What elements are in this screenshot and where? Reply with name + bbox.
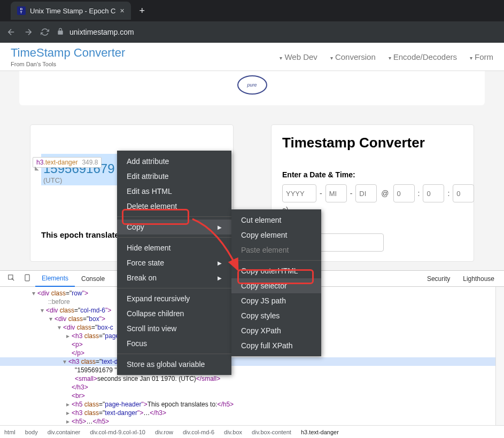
ctx-focus[interactable]: Focus (117, 336, 231, 351)
inspect-tooltip: h3.text-danger349.8 (33, 157, 102, 168)
ctx-expand[interactable]: Expand recursively (117, 291, 231, 306)
ctx-scroll[interactable]: Scroll into view (117, 321, 231, 336)
bc-container[interactable]: div.container (48, 429, 81, 435)
bc-html[interactable]: html (4, 429, 15, 435)
device-icon[interactable] (19, 274, 35, 283)
ctx-cut-element[interactable]: Cut element (231, 213, 321, 228)
lock-icon (57, 28, 64, 37)
date-inputs: - - @ : : (282, 184, 463, 202)
bc-col9[interactable]: div.col-md-9.col-xl-10 (90, 429, 145, 435)
browser-tab[interactable]: DT Unix Time Stamp - Epoch C × (11, 2, 131, 20)
ctx-add-attr[interactable]: Add attribute (117, 154, 231, 169)
ctx-hide[interactable]: Hide element (117, 240, 231, 255)
chevron-right-icon: ▶ (218, 275, 222, 281)
converter-title: Timestamp Converter (282, 135, 463, 151)
back-button[interactable] (6, 27, 16, 37)
bc-boxcontent[interactable]: div.box-content (252, 429, 291, 435)
year-input[interactable] (282, 184, 316, 202)
bc-col6[interactable]: div.col-md-6 (183, 429, 214, 435)
ctx-store-global[interactable]: Store as global variable (117, 357, 231, 372)
tooltip-arrow-icon: ◣ (35, 165, 39, 171)
bc-body[interactable]: body (25, 429, 38, 435)
ctx-edit-html[interactable]: Edit as HTML (117, 184, 231, 199)
url-box[interactable]: unixtimestamp.com (57, 28, 134, 37)
site-header: TimeStamp Converter From Dan's Tools ▾We… (0, 43, 504, 71)
tab-console[interactable]: Console (75, 271, 111, 286)
tab-bar: DT Unix Time Stamp - Epoch C × + (0, 0, 504, 21)
tab-lighthouse[interactable]: Lighthouse (456, 271, 501, 286)
day-input[interactable] (355, 184, 377, 202)
nav-webdev[interactable]: ▾Web Dev (280, 52, 317, 61)
address-bar: unixtimestamp.com (0, 21, 504, 43)
ctx-force-state[interactable]: Force state▶ (117, 255, 231, 270)
second-input[interactable] (453, 184, 474, 202)
ctx-edit-attr[interactable]: Edit attribute (117, 169, 231, 184)
forward-button[interactable] (24, 27, 33, 37)
devtools-sidebar (495, 287, 504, 425)
tab-elements[interactable]: Elements (35, 271, 75, 287)
bc-box[interactable]: div.box (224, 429, 242, 435)
nav-conversion[interactable]: ▾Conversion (330, 52, 376, 61)
context-menu[interactable]: Add attribute Edit attribute Edit as HTM… (117, 151, 231, 375)
context-submenu-copy[interactable]: Cut element Copy element Paste element C… (231, 209, 321, 356)
selected-node[interactable]: ▾<h3 class="text-danger"> == $0 (0, 357, 495, 366)
dom-breadcrumbs: html body div.container div.col-md-9.col… (0, 425, 504, 438)
tab-security[interactable]: Security (421, 271, 456, 286)
ctx-copy-fullxpath[interactable]: Copy full XPath (231, 338, 321, 353)
nav-encode[interactable]: ▾Encode/Decoders (389, 52, 457, 61)
ctx-break-on[interactable]: Break on▶ (117, 270, 231, 285)
svg-rect-1 (25, 275, 29, 281)
tab-title: Unix Time Stamp - Epoch C (30, 7, 115, 15)
new-tab-button[interactable]: + (135, 5, 150, 17)
url-text: unixtimestamp.com (69, 28, 134, 36)
ctx-delete[interactable]: Delete element (117, 199, 231, 214)
site-title: TimeStamp Converter (11, 46, 125, 60)
date-label: Enter a Date & Time: (282, 170, 463, 179)
ctx-collapse[interactable]: Collapse children (117, 306, 231, 321)
logo-area: pure (19, 71, 485, 105)
bc-h3[interactable]: h3.text-danger (301, 429, 339, 435)
ctx-copy-outerhtml[interactable]: Copy outerHTML (231, 263, 321, 278)
ctx-copy[interactable]: Copy▶ (117, 220, 231, 234)
reload-button[interactable] (41, 28, 49, 36)
browser-chrome: DT Unix Time Stamp - Epoch C × + unixtim… (0, 0, 504, 43)
brand-logo: pure (237, 75, 267, 95)
ctx-paste-element: Paste element (231, 243, 321, 257)
ctx-copy-element[interactable]: Copy element (231, 228, 321, 243)
bc-row[interactable]: div.row (155, 429, 173, 435)
site-nav: ▾Web Dev ▾Conversion ▾Encode/Decoders ▾F… (280, 52, 493, 61)
hour-input[interactable] (393, 184, 415, 202)
close-icon[interactable]: × (120, 6, 124, 15)
minute-input[interactable] (423, 184, 444, 202)
ctx-copy-styles[interactable]: Copy styles (231, 308, 321, 323)
chevron-right-icon: ▶ (218, 260, 222, 266)
favicon: DT (17, 6, 26, 15)
ctx-copy-xpath[interactable]: Copy XPath (231, 323, 321, 338)
month-input[interactable] (325, 184, 347, 202)
chevron-right-icon: ▶ (218, 224, 222, 230)
inspect-icon[interactable] (3, 274, 19, 283)
ctx-copy-selector[interactable]: Copy selector (231, 278, 321, 293)
ctx-copy-jspath[interactable]: Copy JS path (231, 293, 321, 308)
site-subtitle: From Dan's Tools (11, 61, 125, 67)
nav-form[interactable]: ▾Form (470, 52, 493, 61)
